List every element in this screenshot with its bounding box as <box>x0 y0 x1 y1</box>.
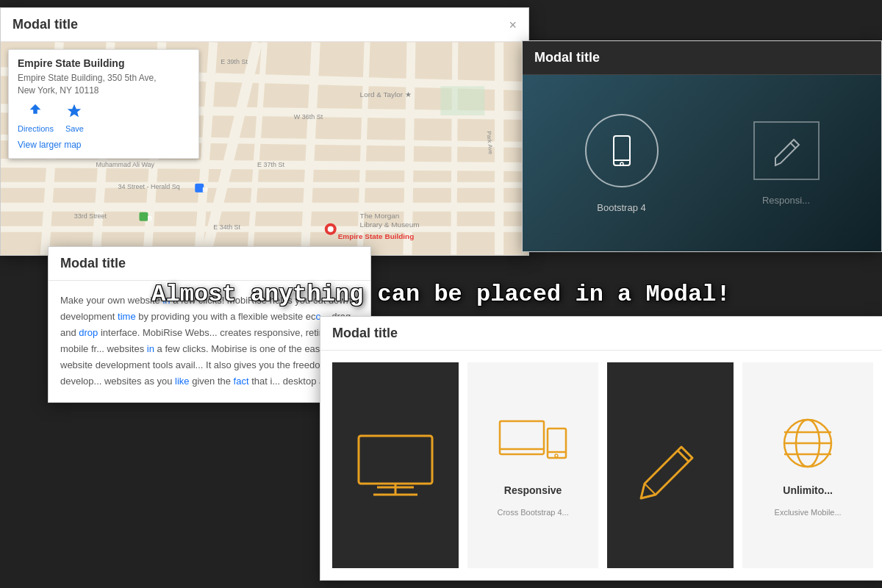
monitor-icon <box>351 429 440 502</box>
map-info-popup: Empire State Building Empire State Build… <box>8 49 199 159</box>
directions-icon <box>27 103 43 123</box>
cards-container: Responsive Cross Bootstrap 4... Unlimito… <box>320 351 882 580</box>
svg-point-39 <box>328 226 334 232</box>
svg-rect-52 <box>548 429 566 458</box>
card-globe-label: Unlimito... <box>783 484 833 496</box>
text-body-content: Make your own website in a few clicks! M… <box>60 295 351 387</box>
modal-map-title: Modal title <box>12 17 78 32</box>
svg-text:The Morgan: The Morgan <box>360 212 400 220</box>
pencil-icon <box>630 425 711 506</box>
dark-icon-pencil <box>753 121 820 180</box>
svg-line-9 <box>453 42 455 254</box>
link-in[interactable]: in <box>162 295 170 306</box>
globe-icon <box>771 414 845 473</box>
modal-cards: Modal title Responsive Cross Bootstrap 4… <box>320 316 882 581</box>
dark-modal-image: Bootstrap 4 Responsi... <box>523 75 881 251</box>
modal-dark: Modal title Bootstrap 4 Responsi... <box>522 40 882 252</box>
svg-point-45 <box>620 162 623 165</box>
svg-text:E 34th St: E 34th St <box>213 223 240 231</box>
svg-text:Library & Museum: Library & Museum <box>360 220 420 229</box>
dark-icon-phone <box>585 114 659 187</box>
modal-cards-header: Modal title <box>320 317 882 351</box>
directions-button[interactable]: Directions <box>18 103 54 133</box>
modal-map-close[interactable]: × <box>509 18 517 32</box>
svg-text:E 39th St: E 39th St <box>220 58 248 65</box>
link-drop[interactable]: drop <box>79 327 98 338</box>
directions-label: Directions <box>18 124 54 133</box>
svg-text:34 Street - Herald Sq: 34 Street - Herald Sq <box>118 183 180 190</box>
svg-text:Empire State Building: Empire State Building <box>338 232 415 240</box>
card-responsive-label: Responsive <box>504 484 562 496</box>
svg-line-46 <box>790 143 796 148</box>
save-icon <box>66 103 82 123</box>
view-larger-map-link[interactable]: View larger map <box>18 140 81 150</box>
card-globe: Unlimito... Exclusive Mobile... <box>742 362 873 568</box>
card-globe-sublabel: Exclusive Mobile... <box>775 508 842 517</box>
dark-label-left: Bootstrap 4 <box>597 202 646 213</box>
svg-text:W 36th St: W 36th St <box>294 113 323 121</box>
modal-map-header: Modal title × <box>1 8 528 42</box>
place-name: Empire State Building <box>18 57 190 69</box>
modal-text-header: Modal title <box>49 247 370 281</box>
map-actions: Directions Save <box>18 103 190 133</box>
svg-text:B: B <box>147 215 152 222</box>
svg-point-54 <box>555 454 558 457</box>
link-like[interactable]: like <box>175 376 190 387</box>
svg-text:E 37th St: E 37th St <box>257 161 284 168</box>
save-button[interactable]: Save <box>65 103 84 133</box>
card-pencil <box>607 362 734 568</box>
svg-rect-41 <box>440 86 484 115</box>
svg-rect-47 <box>359 436 432 484</box>
link-time[interactable]: time <box>118 311 136 322</box>
map-container: Lord & Taylor ★ The Morgan Library & Mus… <box>1 42 528 255</box>
responsive-icon <box>496 414 570 473</box>
card-monitor <box>332 362 459 568</box>
save-label: Save <box>65 124 84 133</box>
card-responsive-sublabel: Cross Bootstrap 4... <box>498 508 569 517</box>
svg-text:33rd Street: 33rd Street <box>74 212 107 220</box>
link-fact[interactable]: fact <box>234 376 249 387</box>
svg-text:M: M <box>202 186 207 193</box>
svg-text:Muhammad Ali Way: Muhammad Ali Way <box>96 161 155 168</box>
modal-text-title: Modal title <box>60 256 126 271</box>
modal-cards-title: Modal title <box>332 326 398 341</box>
modal-dark-header: Modal title <box>523 41 881 75</box>
link-in2[interactable]: in <box>147 343 154 354</box>
svg-line-57 <box>645 484 656 495</box>
modal-map: Modal title × <box>0 7 529 256</box>
card-responsive: Responsive Cross Bootstrap 4... <box>467 362 598 568</box>
modal-dark-title: Modal title <box>534 50 600 65</box>
svg-text:Lord & Taylor ★: Lord & Taylor ★ <box>360 90 412 98</box>
place-address: Empire State Building, 350 5th Ave,New Y… <box>18 72 190 97</box>
dark-label-right: Responsi... <box>762 195 810 206</box>
